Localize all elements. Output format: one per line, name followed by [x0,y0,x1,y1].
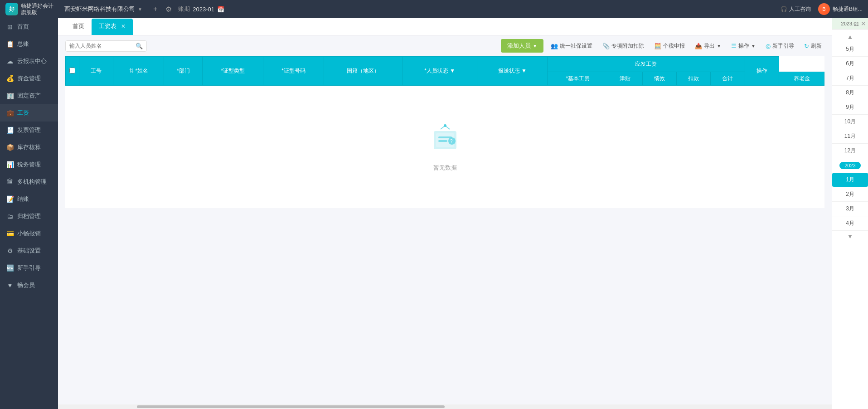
refresh-action[interactable]: ↻ 刷新 [801,40,824,52]
year-2023-area: 2023 [832,158,868,173]
search-box: 🔍 [65,40,147,52]
sidebar-item-multi-org[interactable]: 🏛多机构管理 [0,173,58,190]
scroll-up-button[interactable]: ▲ [832,31,868,42]
toolbar: 🔍 添加人员 ▼ 👥 统一社保设置 📎 专项附加扣除 🧮 个税申报 [58,35,832,56]
header-action: 操作 [745,57,779,86]
sidebar-item-inventory[interactable]: 📦库存核算 [0,139,58,156]
month-item-9[interactable]: 9月 [832,100,868,115]
add-person-label: 添加人员 [507,42,531,50]
main-layout: ⊞首页📋总账☁云报表中心💰资金管理🏢固定资产💼工资🧾发票管理📦库存核算📊税务管理… [0,18,868,409]
sidebar-item-expense[interactable]: 💳小畅报销 [0,225,58,242]
sidebar-item-tax[interactable]: 📊税务管理 [0,156,58,173]
header-performance: 绩效 [642,72,676,86]
sidebar-label-guide: 新手引导 [17,264,41,272]
month-item-2023-1[interactable]: 1月 [832,173,868,187]
header-checkbox-cell[interactable] [66,57,79,86]
sidebar-item-settings[interactable]: ⚙基础设置 [0,242,58,259]
tab-home[interactable]: 首页 [65,19,92,35]
logo-area: 好 畅捷通好会计 旗舰版 [5,3,60,16]
sidebar-label-funds: 资金管理 [17,74,41,83]
operations-label: 操作 [738,42,749,50]
scrollbar-thumb[interactable] [137,405,445,408]
month-item-12[interactable]: 12月 [832,144,868,158]
header-deductions: 扣款 [676,72,710,86]
nav-icon-settings: ⚙ [6,247,14,254]
personal-tax-icon: 🧮 [654,43,661,49]
report-filter-icon[interactable]: ▼ [521,68,527,74]
sidebar-label-archive: 归档管理 [17,212,41,220]
horizontal-scrollbar[interactable] [58,404,832,409]
support-label: 人工咨询 [789,5,811,13]
header-dept: *部门 [164,57,203,86]
sidebar-item-guide[interactable]: 🆕新手引导 [0,259,58,277]
month-item-2023-2[interactable]: 2月 [832,187,868,202]
tab-close-icon[interactable]: ✕ [121,23,126,29]
operations-action[interactable]: ☰ 操作 ▼ [728,40,758,52]
settings-button[interactable]: ⚙ [164,4,174,15]
sidebar: ⊞首页📋总账☁云报表中心💰资金管理🏢固定资产💼工资🧾发票管理📦库存核算📊税务管理… [0,18,58,409]
month-item-11[interactable]: 11月 [832,129,868,144]
month-item-6[interactable]: 6月 [832,57,868,71]
search-icon[interactable]: 🔍 [136,43,143,49]
month-item-10[interactable]: 10月 [832,115,868,129]
sidebar-item-invoice[interactable]: 🧾发票管理 [0,122,58,139]
month-item-5[interactable]: 5月 [832,42,868,57]
sidebar-item-member[interactable]: ♥畅会员 [0,277,58,294]
right-panel-close-button[interactable]: ✕ [861,20,866,27]
status-filter-icon[interactable]: ▼ [450,68,455,74]
sidebar-item-ledger[interactable]: 📋总账 [0,35,58,53]
scroll-down-button[interactable]: ▼ [832,231,868,242]
toolbar-right: 添加人员 ▼ 👥 统一社保设置 📎 专项附加扣除 🧮 个税申报 📤 [501,39,824,53]
header-pension: 养老金 [779,72,824,86]
add-company-button[interactable]: + [151,4,159,14]
operations-chevron-icon: ▼ [751,44,756,49]
header-id-type: *证型类型 [203,57,263,86]
sidebar-item-salary[interactable]: 💼工资 [0,104,58,122]
support-button[interactable]: 🎧 人工咨询 [781,5,811,13]
user-avatar: B [818,3,830,15]
month-item-2023-4[interactable]: 4月 [832,216,868,231]
sidebar-item-assets[interactable]: 🏢固定资产 [0,87,58,104]
special-deduct-action[interactable]: 📎 专项附加扣除 [600,40,647,52]
nav-icon-invoice: 🧾 [6,127,14,134]
month-item-7[interactable]: 7月 [832,71,868,86]
user-name: 畅捷通B组... [833,5,863,13]
month-item-8[interactable]: 8月 [832,86,868,100]
right-panel-expand-button[interactable]: ⊡ [853,20,859,27]
sidebar-label-reports: 云报表中心 [17,57,47,65]
social-security-action[interactable]: 👥 统一社保设置 [548,40,595,52]
search-input[interactable] [69,43,133,49]
export-action[interactable]: 📤 导出 ▼ [692,40,724,52]
empty-text: 暂无数据 [433,164,457,172]
add-person-button[interactable]: 添加人员 ▼ [501,39,543,53]
user-area[interactable]: B 畅捷通B组... [818,3,863,15]
top-header: 好 畅捷通好会计 旗舰版 西安虾米网络科技有限公司 ▼ + ⚙ 账期 2023-… [0,0,868,18]
tab-salary[interactable]: 工资表 ✕ [92,19,133,35]
table-container: 工号 ⇅ *姓名 *部门 *证型类型 *证型号码 国籍（地区） *人员状态 ▼ … [58,56,832,404]
nav-icon-member: ♥ [6,282,14,289]
sidebar-item-archive[interactable]: 🗂归档管理 [0,208,58,225]
sidebar-label-expense: 小畅报销 [17,229,41,238]
sidebar-label-home: 首页 [17,23,29,31]
sidebar-label-member: 畅会员 [17,281,35,289]
nav-icon-expense: 💳 [6,230,14,237]
sidebar-item-home[interactable]: ⊞首页 [0,18,58,35]
sidebar-item-close[interactable]: 📝结账 [0,190,58,208]
sidebar-label-inventory: 库存核算 [17,143,41,151]
nav-icon-salary: 💼 [6,109,14,117]
header-status: *人员状态 ▼ [402,57,477,86]
sidebar-item-reports[interactable]: ☁云报表中心 [0,53,58,70]
nav-icon-archive: 🗂 [6,213,14,220]
export-icon: 📤 [695,43,702,49]
select-all-checkbox[interactable] [69,68,75,73]
headset-icon: 🎧 [781,6,787,12]
sidebar-label-ledger: 总账 [17,40,29,48]
personal-tax-label: 个税申报 [663,42,685,50]
sidebar-item-funds[interactable]: 💰资金管理 [0,70,58,87]
guide-action[interactable]: ◎ 新手引导 [763,40,797,52]
company-selector[interactable]: 西安虾米网络科技有限公司 ▼ [64,5,142,13]
month-item-2023-3[interactable]: 3月 [832,202,868,216]
calendar-icon[interactable]: 📅 [217,6,224,13]
social-security-icon: 👥 [551,43,558,49]
personal-tax-action[interactable]: 🧮 个税申报 [651,40,688,52]
